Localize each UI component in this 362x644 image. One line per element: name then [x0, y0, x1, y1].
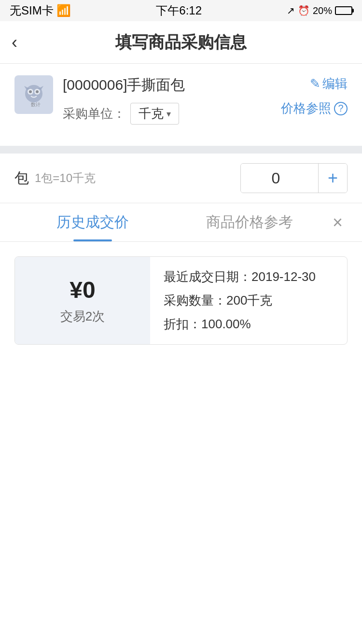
tabs-row: 历史成交价 商品价格参考 ×	[0, 203, 362, 242]
close-panel-button[interactable]: ×	[328, 212, 348, 233]
tab-history-label: 历史成交价	[56, 212, 129, 232]
nav-bar: ‹ 填写商品采购信息	[0, 21, 362, 64]
quantity-left: 包 1包=10千克	[14, 168, 96, 188]
product-name: [0000006]手撕面包	[63, 75, 185, 95]
discount-label: 折扣：	[164, 317, 201, 331]
svg-point-3	[29, 90, 32, 93]
edit-button[interactable]: ✎ 编辑	[310, 75, 348, 92]
unit-label: 采购单位：	[63, 105, 125, 122]
qty-unit: 包	[14, 168, 29, 188]
svg-text:数计: 数计	[31, 102, 41, 107]
battery-icon	[335, 6, 352, 15]
price-ref-label: 价格参照	[281, 100, 331, 117]
status-right: ↗ ⏰ 20%	[287, 5, 352, 16]
qty-value: 200千克	[226, 293, 272, 308]
discount-row: 折扣：100.00%	[164, 316, 334, 333]
quantity-input-group: +	[240, 163, 348, 193]
edit-icon: ✎	[310, 76, 320, 91]
tab-price-ref-label: 商品价格参考	[206, 212, 293, 232]
purchase-qty-row: 采购数量：200千克	[164, 292, 334, 309]
qty-conversion: 1包=10千克	[35, 170, 96, 186]
unit-chevron-icon: ▾	[167, 109, 171, 119]
tab-product-price-ref[interactable]: 商品价格参考	[171, 203, 327, 241]
location-icon: ↗	[287, 5, 295, 16]
svg-point-4	[36, 90, 39, 93]
carrier-info: 无SIM卡 📶	[10, 3, 71, 18]
unit-row: 采购单位： 千克 ▾	[63, 103, 185, 125]
product-logo: 数计	[14, 75, 53, 114]
quantity-row: 包 1包=10千克 +	[0, 154, 362, 203]
product-left: 数计 [0000006]手撕面包 采购单位： 千克 ▾	[14, 75, 185, 125]
recent-date-row: 最近成交日期：2019-12-30	[164, 268, 334, 285]
qty-label: 采购数量：	[164, 293, 226, 308]
product-right: ✎ 编辑 价格参照 ?	[281, 75, 348, 117]
unit-select[interactable]: 千克 ▾	[130, 103, 179, 125]
product-info: [0000006]手撕面包 采购单位： 千克 ▾	[63, 75, 185, 125]
unit-value: 千克	[139, 105, 164, 122]
time-display: 下午6:12	[156, 3, 202, 18]
section-divider	[0, 146, 362, 154]
tab-history-price[interactable]: 历史成交价	[14, 203, 171, 241]
status-bar: 无SIM卡 📶 下午6:12 ↗ ⏰ 20%	[0, 0, 362, 21]
card-details: 最近成交日期：2019-12-30 采购数量：200千克 折扣：100.00%	[150, 257, 347, 344]
qty-plus-button[interactable]: +	[318, 164, 347, 193]
recent-date-value: 2019-12-30	[251, 269, 316, 284]
help-icon: ?	[334, 102, 348, 115]
card-price: ¥0	[70, 277, 95, 303]
card-trade-count: 交易2次	[60, 308, 105, 325]
discount-value: 100.00%	[201, 317, 251, 331]
alarm-icon: ⏰	[298, 5, 310, 16]
svg-point-0	[25, 85, 42, 102]
card-summary: ¥0 交易2次	[15, 257, 150, 344]
owl-logo-icon: 数计	[19, 80, 48, 109]
page-title: 填写商品采购信息	[115, 31, 247, 54]
edit-label: 编辑	[322, 75, 348, 92]
product-section: 数计 [0000006]手撕面包 采购单位： 千克 ▾ ✎ 编辑	[0, 64, 362, 146]
price-ref-button[interactable]: 价格参照 ?	[281, 100, 348, 117]
bottom-panel: 历史成交价 商品价格参考 × ¥0 交易2次 最近成交日期：2019-12-30…	[0, 203, 362, 644]
back-button[interactable]: ‹	[12, 32, 17, 53]
product-header: 数计 [0000006]手撕面包 采购单位： 千克 ▾ ✎ 编辑	[14, 75, 348, 125]
recent-date-label: 最近成交日期：	[164, 269, 251, 284]
battery-percent: 20%	[313, 5, 332, 16]
quantity-input[interactable]	[241, 164, 318, 193]
history-card: ¥0 交易2次 最近成交日期：2019-12-30 采购数量：200千克 折扣：…	[14, 256, 348, 345]
white-fill-area	[0, 359, 362, 644]
